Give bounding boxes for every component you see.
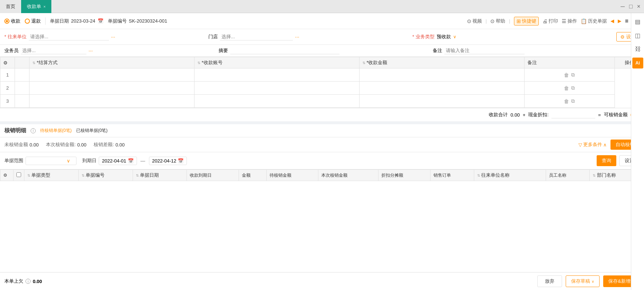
remark-field: 备注 (433, 47, 640, 54)
minimize-icon[interactable]: ─ (621, 3, 625, 10)
sidebar-icon-4[interactable]: Ai (632, 58, 643, 68)
due-date-from-calendar[interactable]: 📅 (128, 158, 134, 164)
business-type-label: * 业务类型 (412, 34, 435, 40)
amount-cell-1[interactable] (194, 68, 359, 82)
tab-bar: 首页 收款单 × ─ □ × (0, 0, 644, 13)
radio-receipt[interactable]: 收款 (4, 18, 20, 24)
business-type-chevron[interactable]: ∨ (453, 34, 456, 39)
copy-icon-1[interactable]: ⧉ (571, 72, 575, 78)
th-counterparty-label: 往来单位名称 (481, 172, 510, 178)
amount-cell-2[interactable] (194, 82, 359, 95)
date-calendar-icon[interactable]: 📅 (98, 18, 103, 24)
delete-icon-2[interactable]: 🗑 (564, 85, 569, 91)
remark-cell-3[interactable] (359, 95, 524, 108)
toolbar-divider1 (45, 17, 46, 25)
diff-stat: 核销差额: 0.00 (94, 141, 125, 148)
due-date-to-field[interactable]: 2022-04-12 📅 (149, 157, 187, 165)
shortcut-btn[interactable]: ⊞ 快捷键 (514, 17, 539, 26)
previous-label: 本单上欠 (4, 278, 23, 285)
layout-icon[interactable]: ≡ (625, 18, 628, 24)
date-range-separator: — (141, 158, 145, 164)
shortcut-btn-label: 快捷键 (522, 18, 536, 24)
help-btn[interactable]: ⊙ 帮助 (490, 18, 505, 24)
tab-current[interactable]: 收款单 × (21, 0, 51, 13)
remark-cell-2[interactable] (359, 82, 524, 95)
summary-input[interactable] (230, 47, 339, 54)
radio-refund[interactable]: 退款 (25, 18, 41, 24)
save-draft-button[interactable]: 保存草稿 ∨ (566, 275, 600, 287)
delete-icon-3[interactable]: 🗑 (564, 98, 569, 104)
tab-close-icon[interactable]: × (43, 4, 46, 9)
select-all-checkbox[interactable] (16, 172, 21, 177)
discount-label: 现金折扣: (528, 111, 549, 118)
discount-input[interactable] (551, 111, 595, 118)
verify-done-tab[interactable]: 已核销单据(0笔) (76, 128, 108, 134)
current-label: 本次核销金额: (46, 141, 76, 148)
action-cell-2: 🗑 ⧉ (524, 82, 614, 95)
next-btn[interactable]: ▶ (618, 18, 621, 24)
video-btn[interactable]: ⊙ 视频 (467, 18, 482, 24)
operation-btn[interactable]: ☰ 操作 (562, 18, 577, 24)
prev-btn[interactable]: ◀ (610, 18, 614, 24)
footer-left: 本单上欠 i 0.00 (4, 278, 42, 285)
verify-title: 核销明细 (4, 127, 26, 134)
discard-button[interactable]: 放弃 (537, 275, 562, 287)
due-date-from-field[interactable]: 2022-04-01 📅 (99, 157, 137, 165)
range-select[interactable]: ∨ (25, 157, 76, 165)
table-row: 3 🗑 ⧉ (0, 95, 644, 108)
tab-home[interactable]: 首页 (0, 0, 21, 13)
th-gear[interactable]: ⚙ (0, 57, 15, 68)
store-input[interactable] (220, 33, 293, 40)
verify-info-icon[interactable]: i (31, 128, 36, 133)
th-gear-bottom[interactable]: ⚙ (0, 170, 13, 181)
counterparty-more-icon[interactable]: ··· (111, 34, 115, 40)
th-account-label: *收款账号 (201, 60, 222, 65)
settlement-cell-3[interactable] (15, 95, 30, 108)
remark-cell-1[interactable] (359, 68, 524, 82)
close-icon[interactable]: × (637, 3, 640, 10)
radio-refund-label: 退款 (31, 18, 41, 24)
th-current: 本次核销金额 (318, 170, 378, 181)
th-bill-type: ⇅ 单据类型 (24, 170, 79, 181)
discard-btn-label: 放弃 (545, 278, 554, 284)
remark-label: 备注 (433, 47, 442, 54)
due-date-to-calendar[interactable]: 📅 (178, 158, 184, 164)
type-radio-group: 收款 退款 (4, 18, 41, 24)
salesman-input[interactable] (21, 47, 86, 54)
counterparty-input[interactable] (29, 33, 109, 40)
previous-info-icon[interactable]: i (25, 279, 31, 284)
store-more-icon[interactable]: ··· (295, 34, 299, 40)
th-checkbox (13, 170, 24, 181)
verify-pending-tab[interactable]: 待核销单据(0笔) (40, 128, 72, 134)
copy-icon-2[interactable]: ⧉ (571, 85, 575, 91)
plus-sign: + (523, 112, 526, 118)
equals-sign: = (598, 112, 601, 118)
unverified-stat: 未核销金额 0.00 (4, 141, 39, 148)
right-sidebar: ▤ ◫ ⛓ Ai (631, 13, 644, 290)
print-btn[interactable]: 🖨 打印 (542, 18, 558, 24)
current-value: 0.00 (77, 142, 86, 148)
delete-icon-1[interactable]: 🗑 (564, 72, 569, 78)
due-date-to-value: 2022-04-12 (152, 158, 177, 164)
sidebar-icon-1[interactable]: ▤ (632, 16, 643, 27)
amount-cell-3[interactable] (194, 95, 359, 108)
remark-input[interactable] (444, 47, 525, 54)
more-conditions-btn[interactable]: ▽ 更多条件 ∧ (578, 141, 607, 148)
sidebar-icon-2[interactable]: ◫ (632, 30, 643, 41)
account-cell-3[interactable] (30, 95, 195, 108)
row-num-3: 3 (0, 95, 15, 108)
th-employee: 员工名称 (546, 170, 589, 181)
maximize-icon[interactable]: □ (629, 3, 633, 10)
sidebar-icon-3[interactable]: ⛓ (632, 44, 643, 55)
account-cell-2[interactable] (30, 82, 195, 95)
account-cell-1[interactable] (30, 68, 195, 82)
settlement-cell-1[interactable] (15, 68, 30, 82)
history-btn[interactable]: 📋 历史单据 (581, 18, 607, 24)
more-conditions-label: 更多条件 (583, 141, 602, 148)
toolbar-divider3: | (509, 18, 510, 24)
copy-icon-3[interactable]: ⧉ (571, 98, 575, 104)
date-value[interactable]: 2023-03-24 (71, 18, 95, 24)
salesman-more-icon[interactable]: ··· (89, 48, 93, 54)
settlement-cell-2[interactable] (15, 82, 30, 95)
query-btn[interactable]: 查询 (597, 155, 616, 166)
